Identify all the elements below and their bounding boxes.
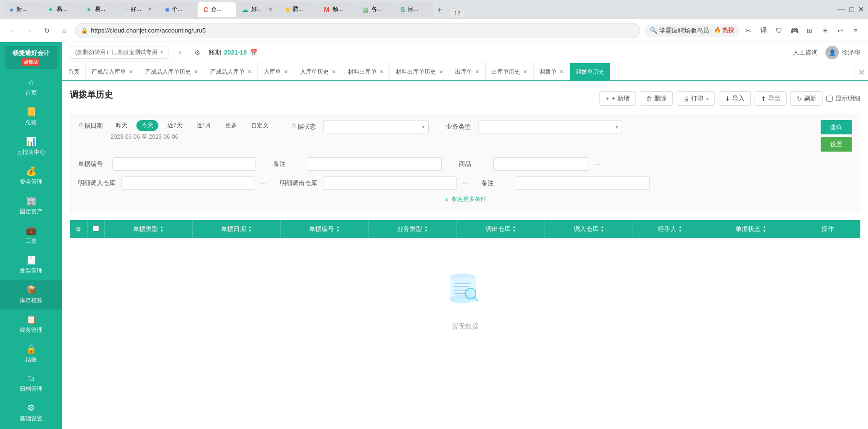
ai-service-link[interactable]: 人工咨询: [793, 48, 818, 57]
add-company-button[interactable]: +: [174, 47, 186, 58]
sort-doc-type[interactable]: 单据类型 ▲▼: [109, 225, 189, 233]
game-icon[interactable]: 🎮: [788, 24, 801, 37]
browser-tab-11[interactable]: S 目...: [395, 2, 433, 17]
home-button[interactable]: ⌂: [57, 24, 71, 37]
display-columns-checkbox[interactable]: [826, 96, 833, 102]
sort-in-warehouse[interactable]: 调入仓库 ▲▼: [549, 225, 629, 233]
sidebar-item-reports[interactable]: 📊 云报表中心: [0, 132, 62, 161]
new-button[interactable]: + + 新增: [599, 91, 636, 106]
detail-out-input[interactable]: [323, 176, 457, 190]
sidebar-item-archive[interactable]: 🗂 归档管理: [0, 369, 62, 398]
window-minimize-icon[interactable]: —: [837, 4, 846, 14]
brightness-icon[interactable]: ☀: [818, 24, 832, 37]
tab-in-hist[interactable]: 入库单历史 ✕: [294, 63, 342, 80]
sidebar-item-home[interactable]: ⌂ 首页: [0, 73, 62, 102]
tab-mat-out[interactable]: 材料出库单 ✕: [342, 63, 390, 80]
company-settings-icon[interactable]: ⚙: [191, 47, 203, 58]
company-selector[interactable]: (勿删勿禁用）江西服宝测试专用 ▾: [70, 46, 168, 59]
tab7-close-icon[interactable]: ✕: [267, 6, 274, 13]
import-button[interactable]: ⬇ 导入: [719, 91, 751, 106]
tab4-close-icon[interactable]: ✕: [146, 6, 154, 13]
grid-icon[interactable]: ⊞: [803, 24, 816, 37]
browser-tab-9[interactable]: M 畅...: [318, 2, 356, 17]
sort-doc-no[interactable]: 单据编号 ▲▼: [285, 225, 365, 233]
th-gear[interactable]: ⚙: [70, 220, 87, 238]
remarks2-input[interactable]: [516, 176, 650, 190]
tab-allot-close[interactable]: ✕: [559, 69, 564, 75]
tab-prod-in-hist-close[interactable]: ✕: [194, 69, 198, 75]
back-button[interactable]: ‹: [6, 24, 19, 37]
search-bar[interactable]: 🔍 学霸应聘场驱鸟员 🔥 热搜: [644, 24, 740, 37]
browser-tab-6[interactable]: C 企...: [198, 2, 236, 17]
browser-tab-1[interactable]: ● 新...: [4, 2, 42, 17]
custom-btn[interactable]: 自定义: [246, 120, 274, 131]
doc-no-input[interactable]: [112, 157, 256, 171]
sort-biz-type[interactable]: 业务类型 ▲▼: [373, 225, 453, 233]
tab-in-hist-close[interactable]: ✕: [332, 69, 336, 75]
th-checkbox[interactable]: [87, 220, 104, 238]
th-doc-no[interactable]: 单据编号 ▲▼: [280, 220, 368, 238]
tab-mat-out-close[interactable]: ✕: [379, 69, 384, 75]
yesterday-btn[interactable]: 昨天: [111, 120, 133, 131]
refresh-button-page[interactable]: ↻ 刷新: [790, 91, 823, 106]
tab-prod-in2-close[interactable]: ✕: [247, 69, 252, 75]
tab-prod-in2[interactable]: 产成品入库单 ✕: [204, 63, 258, 80]
sort-doc-date[interactable]: 单据日期 ▲▼: [197, 225, 277, 233]
month-btn[interactable]: 近1月: [191, 120, 217, 131]
calendar-icon[interactable]: 📅: [250, 49, 257, 56]
sidebar-item-settings[interactable]: ⚙ 基础设置: [0, 398, 62, 428]
shield-icon[interactable]: 🛡: [772, 24, 786, 37]
browser-tab-8[interactable]: ■ 腾...: [280, 2, 318, 17]
detail-out-ellipsis[interactable]: ···: [463, 179, 468, 187]
remark-input[interactable]: [308, 157, 442, 171]
th-doc-status[interactable]: 单据状态 ▲▼: [707, 220, 795, 238]
sidebar-item-inventory[interactable]: 📦 库存核算: [0, 280, 62, 309]
sidebar-item-assets[interactable]: 🏢 固定资产: [0, 191, 62, 220]
export-button[interactable]: ⬆ 导出: [755, 91, 787, 106]
browser-tab-3[interactable]: ✦ 易...: [80, 2, 119, 17]
tab-allot[interactable]: 调拨单 ✕: [534, 63, 570, 80]
goods-ellipsis[interactable]: ···: [595, 160, 601, 168]
today-btn[interactable]: 今天: [136, 120, 158, 131]
window-maximize-icon[interactable]: □: [849, 5, 854, 14]
select-all-checkbox[interactable]: [93, 225, 99, 231]
refresh-button[interactable]: ↻: [40, 24, 54, 37]
sort-doc-status[interactable]: 单据状态 ▲▼: [711, 225, 791, 233]
status-select[interactable]: [323, 120, 429, 133]
sidebar-item-invoice[interactable]: 🧾 发票管理: [0, 250, 62, 280]
user-area[interactable]: 👤 徐泽华: [825, 46, 860, 59]
sidebar-item-wages[interactable]: 💼 工资: [0, 220, 62, 250]
detail-in-ellipsis[interactable]: ···: [261, 179, 267, 187]
scissors-icon[interactable]: ✂: [742, 24, 755, 37]
tab-allot-hist[interactable]: 调拨单历史: [570, 63, 611, 80]
tab-out-hist-close[interactable]: ✕: [523, 69, 527, 75]
close-page-button[interactable]: ✕: [855, 63, 868, 81]
undo-icon[interactable]: ↩: [834, 24, 847, 37]
th-handler[interactable]: 经手人 ▲▼: [633, 220, 707, 238]
tab-mat-out-hist[interactable]: 材料出库单历史 ✕: [390, 63, 449, 80]
sidebar-item-closing[interactable]: 🔒 结账: [0, 339, 62, 369]
delete-button[interactable]: 🗑 删除: [640, 91, 673, 106]
sort-handler[interactable]: 经手人 ▲▼: [637, 225, 703, 233]
more-btn[interactable]: 更多: [220, 120, 242, 131]
tab-home[interactable]: 首页: [62, 63, 86, 80]
collapse-filter-button[interactable]: ∧ 收起更多条件: [78, 192, 852, 206]
tab-in[interactable]: 入库单 ✕: [258, 63, 294, 80]
tab-prod-in-close[interactable]: ✕: [129, 69, 133, 75]
tab-out-hist[interactable]: 出库单历史 ✕: [486, 63, 534, 80]
translate-icon[interactable]: 译: [757, 24, 770, 37]
th-out-warehouse[interactable]: 调出仓库 ▲▼: [457, 220, 545, 238]
browser-tab-7[interactable]: ☁ 好... ✕: [236, 2, 280, 17]
week-btn[interactable]: 近7天: [162, 120, 188, 131]
tab-out[interactable]: 出库单 ✕: [449, 63, 486, 80]
print-button[interactable]: 🖨 打印 ▾: [677, 91, 715, 106]
sidebar-item-tax[interactable]: 📋 税务管理: [0, 309, 62, 339]
browser-tab-4[interactable]: ↑ 好... ✕: [119, 2, 159, 17]
sort-out-warehouse[interactable]: 调出仓库 ▲▼: [461, 225, 541, 233]
th-in-warehouse[interactable]: 调入仓库 ▲▼: [545, 220, 633, 238]
browser-tab-5[interactable]: ■ 个...: [159, 2, 198, 17]
tab-prod-in-hist[interactable]: 产成品入库单历史 ✕: [139, 63, 204, 80]
tab-in-close[interactable]: ✕: [284, 69, 288, 75]
tab-out-close[interactable]: ✕: [475, 69, 479, 75]
browser-tab-10[interactable]: ▦ 各...: [356, 2, 395, 17]
